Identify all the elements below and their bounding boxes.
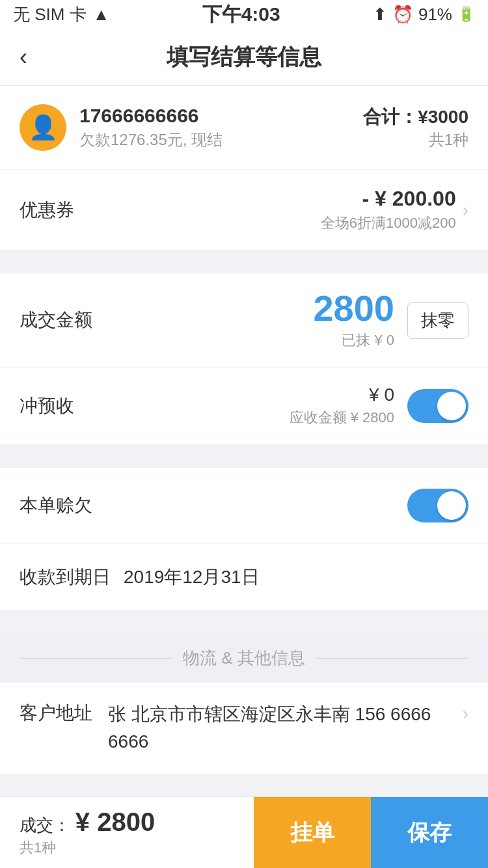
address-content: 张 北京市市辖区海淀区永丰南 156 6666 6666 [108,701,452,755]
back-button[interactable]: ‹ [20,44,59,71]
logistics-divider: 物流 & 其他信息 [0,634,488,683]
battery-text: 91% [418,5,452,25]
transaction-section: 成交金额 2800 已抹 ¥ 0 抹零 冲预收 ¥ 0 应收金额 ¥ 2800 [0,273,488,444]
bottom-bar: 成交： ¥ 2800 共1种 挂单 保存 [0,796,488,868]
wifi-icon: ▲ [93,5,110,25]
section-divider-3 [0,621,488,634]
avatar-icon: 👤 [29,114,58,141]
section-divider-2 [0,455,488,468]
page-title: 填写结算等信息 [167,42,321,72]
avatar: 👤 [20,104,66,151]
location-icon: ⬆ [373,5,387,25]
logistics-label: 物流 & 其他信息 [183,647,305,670]
status-time: 下午4:03 [202,1,280,28]
divider-line-right [316,658,468,658]
amount-row: 成交金额 2800 已抹 ¥ 0 抹零 [0,273,488,367]
address-row[interactable]: 客户地址 张 北京市市辖区海淀区永丰南 156 6666 6666 › [0,683,488,774]
debt-toggle-knob [437,491,466,520]
prepay-row: 冲预收 ¥ 0 应收金额 ¥ 2800 [0,367,488,444]
round-button[interactable]: 抹零 [407,302,468,339]
prepay-amount: ¥ 0 [290,385,394,405]
coupon-label: 优惠券 [20,198,74,223]
debt-row: 本单赊欠 [0,468,488,543]
amount-label: 成交金额 [20,308,92,332]
total-amount: 合计：¥3000 [363,105,468,129]
customer-card: 👤 17666666666 欠款1276.35元, 现结 合计：¥3000 共1… [0,86,488,169]
address-label: 客户地址 [20,701,98,726]
debt-label: 本单赊欠 [20,493,92,518]
due-date-row: 收款到期日 2019年12月31日 [0,543,488,610]
save-button[interactable]: 保存 [371,797,488,869]
toggle-knob [437,392,466,420]
status-bar: 无 SIM 卡 ▲ 下午4:03 ⬆ ⏰ 91% 🔋 [0,0,488,29]
battery-icon: 🔋 [457,6,475,23]
due-date-label: 收款到期日 [20,565,111,590]
prepay-due: 应收金额 ¥ 2800 [290,408,394,427]
customer-phone: 17666666666 [79,105,223,127]
coupon-chevron-icon: › [463,200,468,221]
coupon-discount: - ¥ 200.00 [321,187,456,211]
coupon-desc: 全场6折满1000减200 [321,213,456,233]
coupon-row[interactable]: 优惠券 - ¥ 200.00 全场6折满1000减200 › [0,169,488,250]
section-divider-1 [0,260,488,273]
address-chevron-icon: › [463,701,468,724]
divider-line-left [20,658,172,658]
status-right: ⬆ ⏰ 91% 🔋 [373,5,475,25]
sim-label: 无 SIM 卡 [13,3,87,26]
due-date-value: 2019年12月31日 [124,565,260,590]
status-left: 无 SIM 卡 ▲ [13,3,109,26]
prepay-toggle[interactable] [407,389,468,423]
main-content: 👤 17666666666 欠款1276.35元, 现结 合计：¥3000 共1… [0,86,488,868]
debt-section: 本单赊欠 收款到期日 2019年12月31日 [0,468,488,610]
bottom-amount: ¥ 2800 [75,807,155,836]
nav-bar: ‹ 填写结算等信息 [0,29,488,86]
customer-debt: 欠款1276.35元, 现结 [79,129,223,150]
bottom-count: 共1种 [20,838,234,858]
amount-sub: 已抹 ¥ 0 [313,331,394,350]
total-count: 共1种 [363,129,468,150]
pending-button[interactable]: 挂单 [254,797,371,869]
prepay-label: 冲预收 [20,394,74,418]
debt-toggle[interactable] [407,489,468,522]
alarm-icon: ⏰ [392,5,413,25]
bottom-label: 成交： [20,815,70,835]
bottom-summary: 成交： ¥ 2800 共1种 [0,807,254,858]
amount-value: 2800 [313,290,394,327]
